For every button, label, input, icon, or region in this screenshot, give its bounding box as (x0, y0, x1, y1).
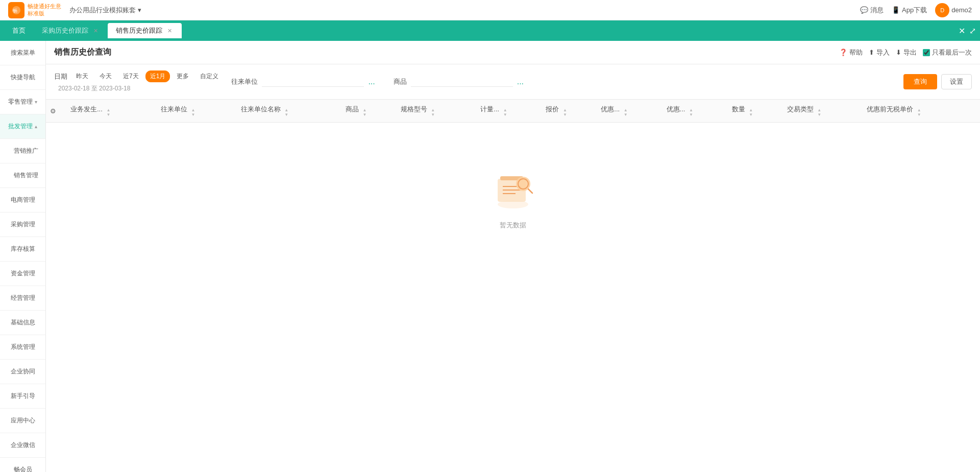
empty-state: 暂无数据 (46, 123, 980, 271)
sidebar-item-sales-mgmt[interactable]: 销售管理 (0, 163, 45, 188)
logo-icon: 畅 (8, 2, 24, 18)
th-unit-name: 往来单位名称 ▲ ▼ (237, 100, 341, 123)
tab-sales-close[interactable]: ✕ (165, 27, 174, 35)
th-biz-date: 业务发生... ▲ ▼ (66, 100, 157, 123)
last-only-checkbox[interactable] (923, 49, 930, 56)
sidebar-item-shortcuts[interactable]: 快捷导航 (0, 65, 45, 90)
sidebar: 搜索菜单 快捷导航 零售管理 ▾ 批发管理 ▴ 营销推广 销售管理 电商管理 采… (0, 41, 46, 472)
sidebar-item-wholesale[interactable]: 批发管理 ▴ (0, 114, 45, 139)
sidebar-item-marketing[interactable]: 营销推广 (0, 139, 45, 163)
sort-icons: ▲ ▼ (917, 108, 921, 117)
top-bar-right: 💬 消息 📱 App下载 D demo2 (860, 3, 972, 17)
logo-text: 畅捷通好生意 标准版 (28, 3, 61, 16)
sidebar-item-member[interactable]: 畅会员 (0, 458, 45, 472)
tab-sales[interactable]: 销售历史价跟踪 ✕ (108, 23, 182, 38)
sidebar-item-operations[interactable]: 经营管理 (0, 286, 45, 311)
main-layout: 搜索菜单 快捷导航 零售管理 ▾ 批发管理 ▴ 营销推广 销售管理 电商管理 采… (0, 41, 980, 472)
settings-button[interactable]: 设置 (941, 74, 972, 89)
sort-asc-icon: ▲ (106, 108, 110, 112)
content-area: 销售历史价查询 ❓ 帮助 ⬆ 导入 ⬇ 导出 只看最后一次 (46, 41, 980, 472)
date-range-display: 2023-02-18 至 2023-03-18 (58, 84, 223, 93)
date-filter-col: 日期 昨天 今天 近7天 近1月 更多 自定义 2023-02-18 至 202… (54, 70, 223, 93)
sidebar-item-enterprise[interactable]: 企业协同 (0, 360, 45, 384)
column-settings-icon[interactable]: ⚙ (50, 107, 56, 115)
table-header: ⚙ 业务发生... ▲ ▼ 往来单位 ▲ (46, 100, 980, 123)
sidebar-item-finance[interactable]: 资金管理 (0, 262, 45, 286)
tab-home[interactable]: 首页 (4, 23, 34, 38)
date-btn-7days[interactable]: 近7天 (118, 70, 143, 82)
sidebar-item-basic-info[interactable]: 基础信息 (0, 311, 45, 335)
date-btn-yesterday[interactable]: 昨天 (71, 70, 93, 82)
sort-icons: ▲ ▼ (284, 108, 288, 117)
th-settings: ⚙ (46, 100, 66, 123)
empty-text: 暂无数据 (500, 221, 526, 230)
sort-icons: ▲ ▼ (503, 108, 507, 117)
th-unit-measure: 计量... ▲ ▼ (476, 100, 542, 123)
tab-bar: 首页 采购历史价跟踪 ✕ 销售历史价跟踪 ✕ ✕ ⤢ (0, 20, 980, 41)
th-qty: 数量 ▲ ▼ (728, 100, 783, 123)
sort-icons: ▲ ▼ (817, 108, 821, 117)
sort-icons: ▲ ▼ (563, 108, 567, 117)
svg-line-10 (528, 189, 532, 193)
top-bar-left: 畅 畅捷通好生意 标准版 办公用品行业模拟账套 ▾ (8, 2, 145, 18)
unit-input[interactable] (262, 77, 364, 87)
sidebar-item-purchase[interactable]: 采购管理 (0, 213, 45, 237)
product-dots-button[interactable]: ... (517, 77, 524, 86)
sidebar-item-apps[interactable]: 应用中心 (0, 409, 45, 433)
date-btn-today[interactable]: 今天 (95, 70, 116, 82)
empty-icon (487, 163, 538, 215)
user-menu[interactable]: D demo2 (935, 3, 972, 17)
import-button[interactable]: ⬆ 导入 (869, 48, 890, 57)
sort-icons: ▲ ▼ (624, 108, 628, 117)
query-button[interactable]: 查询 (903, 74, 937, 89)
top-bar: 畅 畅捷通好生意 标准版 办公用品行业模拟账套 ▾ 💬 消息 📱 App下载 D… (0, 0, 980, 20)
import-icon: ⬆ (869, 49, 874, 56)
th-unit-code: 往来单位 ▲ ▼ (157, 100, 237, 123)
sort-icons: ▲ ▼ (106, 108, 110, 117)
unit-dots-button[interactable]: ... (368, 77, 375, 86)
data-table: ⚙ 业务发生... ▲ ▼ 往来单位 ▲ (46, 100, 980, 123)
page-header-actions: ❓ 帮助 ⬆ 导入 ⬇ 导出 只看最后一次 (839, 48, 972, 57)
avatar: D (935, 3, 949, 17)
app-selector[interactable]: 办公用品行业模拟账套 ▾ (65, 4, 145, 17)
filter-bar: 日期 昨天 今天 近7天 近1月 更多 自定义 2023-02-18 至 202… (46, 64, 980, 100)
help-icon: ❓ (839, 49, 847, 56)
sort-icons: ▲ ▼ (431, 108, 435, 117)
sidebar-item-retail[interactable]: 零售管理 ▾ (0, 90, 45, 114)
date-filter-group: 日期 昨天 今天 近7天 近1月 更多 自定义 (54, 70, 223, 82)
export-icon: ⬇ (896, 49, 901, 56)
sidebar-item-system[interactable]: 系统管理 (0, 335, 45, 360)
sidebar-item-wechat[interactable]: 企业微信 (0, 433, 45, 458)
date-btn-more[interactable]: 更多 (172, 70, 193, 82)
message-icon: 💬 (860, 6, 868, 14)
close-window-button[interactable]: ✕ (959, 26, 965, 36)
sort-icons: ▲ ▼ (749, 108, 753, 117)
sort-icons: ▲ ▼ (191, 108, 195, 117)
th-price: 报价 ▲ ▼ (542, 100, 597, 123)
maximize-button[interactable]: ⤢ (969, 26, 976, 36)
date-btn-custom[interactable]: 自定义 (195, 70, 223, 82)
export-button[interactable]: ⬇ 导出 (896, 48, 917, 57)
table-header-row: ⚙ 业务发生... ▲ ▼ 往来单位 ▲ (46, 100, 980, 123)
sidebar-item-inventory[interactable]: 库存核算 (0, 237, 45, 262)
product-filter-group: 商品 ... (394, 77, 524, 87)
tab-purchase[interactable]: 采购历史价跟踪 ✕ (34, 23, 108, 38)
page-header: 销售历史价查询 ❓ 帮助 ⬆ 导入 ⬇ 导出 只看最后一次 (46, 41, 980, 64)
date-btn-1month[interactable]: 近1月 (145, 70, 170, 82)
th-spec: 规格型号 ▲ ▼ (397, 100, 477, 123)
download-icon: 📱 (892, 6, 900, 14)
sidebar-item-search[interactable]: 搜索菜单 (0, 41, 45, 65)
unit-filter-group: 往来单位 ... (231, 77, 375, 87)
sort-icons: ▲ ▼ (362, 108, 366, 117)
tab-purchase-close[interactable]: ✕ (91, 27, 100, 35)
last-only-checkbox-label[interactable]: 只看最后一次 (923, 48, 972, 57)
help-button[interactable]: ❓ 帮助 (839, 48, 863, 57)
th-no-tax-price: 优惠前无税单价 ▲ ▼ (863, 100, 980, 123)
sidebar-item-ecommerce[interactable]: 电商管理 (0, 188, 45, 213)
sidebar-item-guide[interactable]: 新手引导 (0, 384, 45, 409)
message-button[interactable]: 💬 消息 (860, 6, 884, 15)
chevron-down-icon: ▾ (138, 6, 141, 14)
download-button[interactable]: 📱 App下载 (892, 6, 927, 15)
product-input[interactable] (411, 77, 513, 87)
date-buttons: 昨天 今天 近7天 近1月 更多 自定义 (71, 70, 223, 82)
